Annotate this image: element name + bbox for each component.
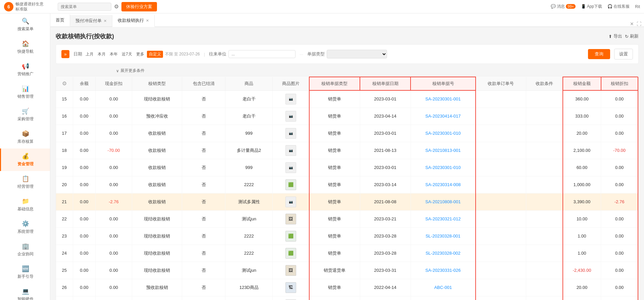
- cell-writeoff-amount: 1.00: [563, 227, 601, 245]
- sidebar-item-purchase[interactable]: 🛒 采购管理: [0, 103, 50, 126]
- app-download-btn[interactable]: 📱 App下载: [581, 4, 602, 9]
- cell-receipt-order-no: [476, 176, 526, 193]
- cell-cash-discount: 0.00: [96, 279, 132, 296]
- voucher-no-link[interactable]: SA-20230301-010: [425, 131, 461, 136]
- breadcrumb-search[interactable]: [58, 3, 111, 11]
- cell-receipt-condition: [526, 227, 562, 245]
- logo-text: 畅捷通谱好生意 标准版: [15, 2, 44, 11]
- date-custom[interactable]: 自定义: [147, 51, 163, 58]
- sidebar-item-system[interactable]: ⚙️ 系统管理: [0, 216, 50, 239]
- guide-icon: 🆕: [22, 265, 29, 272]
- cell-goods-img: 📷: [272, 125, 309, 142]
- home-icon: 🏠: [22, 40, 29, 47]
- sidebar-item-enterprise[interactable]: 🏢 企业协同: [0, 239, 50, 261]
- date-btn-last-month[interactable]: 上月: [84, 51, 95, 58]
- cell-included-settled: 否: [182, 193, 225, 210]
- cell-receipt-condition: [526, 262, 562, 279]
- tab-prepay-close[interactable]: ✕: [104, 19, 107, 23]
- th-writeoff-type: 核销类型: [132, 77, 182, 90]
- counterpart-input[interactable]: [228, 50, 296, 58]
- settings-icon[interactable]: ⚙: [114, 3, 119, 10]
- cell-writeoff-type: 收款核销: [132, 142, 182, 159]
- tab-prepay[interactable]: 预付冲应付单 ✕: [70, 15, 112, 27]
- cell-balance: 0.00: [73, 296, 96, 300]
- voucher-no-link[interactable]: SA-20210808-001: [425, 199, 461, 204]
- sidebar-item-search[interactable]: 🔍 搜索菜单: [0, 13, 50, 36]
- tab-collect[interactable]: 收款核销执行 ✕: [112, 15, 155, 27]
- cell-no: 18: [56, 142, 73, 159]
- cell-goods-img: 🟩: [272, 245, 309, 262]
- table-row: 18 0.00 -70.00 收款核销 否 多计量商品2 📷 销货单 2021-…: [56, 142, 638, 159]
- tab-prepay-label: 预付冲应付单: [75, 18, 102, 24]
- tab-home[interactable]: 首页: [50, 14, 70, 27]
- cell-writeoff-discount: 0.00: [601, 176, 638, 193]
- filter-settings-button[interactable]: 设置: [614, 49, 633, 59]
- cell-voucher-date: 2023-03-01: [360, 125, 411, 142]
- cell-included-settled: 否: [182, 108, 225, 125]
- filter-expand-button[interactable]: »: [61, 50, 69, 58]
- online-service-btn[interactable]: 🎧 在线客服: [607, 4, 630, 9]
- cell-voucher-no: SL-20230408-001: [411, 296, 476, 300]
- voucher-no-link[interactable]: SA-20230331-026: [425, 268, 461, 273]
- sidebar-item-marketing[interactable]: 📢 营销推广: [0, 58, 50, 81]
- expand-more-icon: ∨: [116, 69, 119, 73]
- cell-writeoff-type: 现结收款核销: [132, 90, 182, 108]
- cell-included-settled: 否: [182, 90, 225, 108]
- sidebar-item-quick-nav[interactable]: 🏠 快捷导航: [0, 36, 50, 58]
- tab-expand-btn[interactable]: ⛶: [637, 21, 641, 27]
- voucher-no-link[interactable]: SA-20230414-017: [425, 114, 461, 119]
- counterpart-label: 往来单位: [209, 51, 226, 57]
- cell-writeoff-discount: 0.00: [601, 210, 638, 227]
- voucher-no-link[interactable]: SA-20230314-008: [425, 182, 461, 187]
- voucher-no-link[interactable]: SA-20230321-012: [425, 216, 461, 221]
- column-settings-icon[interactable]: ⚙: [62, 81, 67, 86]
- cell-receipt-order-no: [476, 279, 526, 296]
- tab-home-label: 首页: [56, 17, 64, 23]
- user-name[interactable]: Rit: [635, 4, 640, 9]
- th-settings[interactable]: ⚙: [56, 77, 73, 90]
- cell-balance: 0.00: [73, 262, 96, 279]
- expand-more-conditions[interactable]: ∨ 展开更多条件: [116, 68, 639, 74]
- cell-receipt-order-no: [476, 210, 526, 227]
- cell-receipt-condition: [526, 279, 562, 296]
- date-label: 日期: [73, 51, 82, 57]
- cell-voucher-type: 销货单: [309, 296, 360, 300]
- cell-goods: 999: [225, 159, 272, 176]
- date-btn-7days[interactable]: 近7天: [120, 51, 133, 58]
- message-btn[interactable]: 💬 消息 99+: [551, 4, 576, 9]
- voucher-no-link[interactable]: SA-20230301-010: [425, 165, 461, 170]
- sidebar-item-hardware[interactable]: 💻 智能硬件: [0, 284, 50, 300]
- sidebar-item-sales[interactable]: 📊 销售管理: [0, 81, 50, 103]
- voucher-type-select[interactable]: [327, 50, 387, 58]
- voucher-no-link[interactable]: SL-20230328-001: [426, 233, 461, 239]
- sidebar-label-marketing: 营销推广: [17, 71, 34, 77]
- cell-receipt-condition: [526, 176, 562, 193]
- date-btn-this-year[interactable]: 本年: [108, 51, 119, 58]
- sidebar-item-inventory[interactable]: 📦 库存核算: [0, 126, 50, 148]
- sidebar-item-guide[interactable]: 🆕 新手引导: [0, 261, 50, 284]
- date-btn-more[interactable]: 更多: [135, 51, 146, 58]
- tab-collect-close[interactable]: ✕: [146, 18, 149, 23]
- cell-no: 23: [56, 227, 73, 245]
- cell-writeoff-type: 收款核销: [132, 176, 182, 193]
- sidebar-label-finance: 资金管理: [17, 161, 34, 167]
- sidebar-item-base-info[interactable]: 📁 基础信息: [0, 194, 50, 216]
- sidebar-item-finance[interactable]: 💰 资金管理: [0, 148, 50, 171]
- sidebar-item-operations[interactable]: 📋 经营管理: [0, 171, 50, 194]
- refresh-button[interactable]: ↻ 刷新: [625, 33, 639, 39]
- voucher-no-link[interactable]: ABC-001: [434, 285, 452, 290]
- export-button[interactable]: ⬆ 导出: [608, 33, 622, 39]
- voucher-no-link[interactable]: SL-20230328-002: [426, 251, 461, 256]
- tab-close-btn[interactable]: ✕: [630, 21, 634, 27]
- cell-writeoff-type: 现结收款核销: [132, 245, 182, 262]
- filter-counterpart-item: 往来单位: [209, 50, 296, 58]
- voucher-no-link[interactable]: SA-20210813-001: [425, 148, 461, 153]
- cell-writeoff-discount: 0.00: [601, 262, 638, 279]
- cell-included-settled: 否: [182, 296, 225, 300]
- goods-image: 🟩: [285, 248, 296, 259]
- voucher-no-link[interactable]: SA-20230301-001: [425, 96, 461, 101]
- date-btn-this-month[interactable]: 本月: [96, 51, 107, 58]
- industry-button[interactable]: 休验行业方案: [121, 2, 157, 11]
- goods-image: 📷: [285, 197, 296, 207]
- query-button[interactable]: 查询: [588, 49, 610, 59]
